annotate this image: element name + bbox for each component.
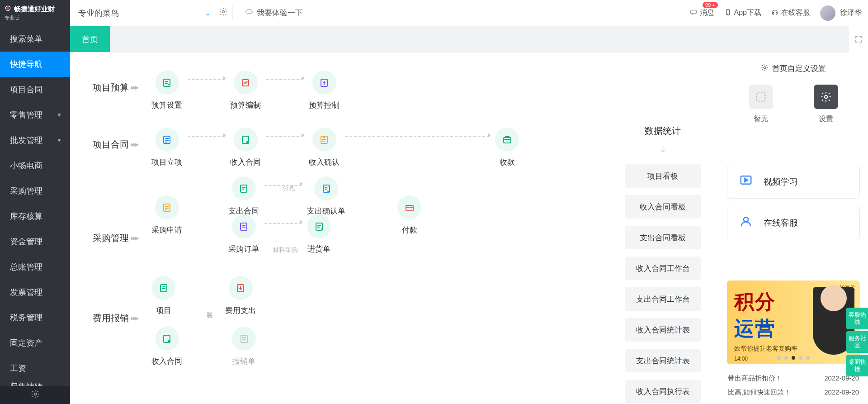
svg-point-26 — [764, 67, 765, 68]
node-project[interactable]: 项目 — [151, 276, 175, 316]
stats-button-1[interactable]: 收入合同看板 — [625, 195, 701, 219]
svg-point-28 — [825, 95, 828, 99]
node-budget-compile[interactable]: 预算编制 — [230, 71, 261, 110]
node-purchase-order[interactable]: 采购订单 — [228, 214, 259, 254]
try-demo-button[interactable]: 我要体验一下 — [245, 8, 303, 18]
node-reimburse[interactable]: 报销单 — [232, 327, 256, 366]
edition-label: 专业版 — [5, 14, 70, 21]
sidebar-item-12[interactable]: 固定资产 — [0, 330, 70, 356]
float-tab-0[interactable]: 客服热线 — [846, 308, 868, 329]
tab-home[interactable]: 首页 — [70, 26, 110, 52]
stats-button-2[interactable]: 支出合同看板 — [625, 226, 701, 249]
stats-button-6[interactable]: 支出合同统计表 — [625, 349, 701, 372]
divider — [232, 6, 233, 20]
stats-title: 数据统计 — [645, 125, 681, 137]
section-label-budget: 项目预算▶▶▶ — [93, 81, 151, 94]
sidebar-item-2[interactable]: 项目合同 — [0, 77, 70, 102]
sidebar-item-8[interactable]: 资金管理 — [0, 229, 70, 254]
messages-label: 消息 — [700, 8, 714, 18]
node-expense-out[interactable]: 费用支出 — [225, 276, 256, 316]
sidebar-item-4[interactable]: 批发管理▼ — [0, 128, 70, 153]
stats-button-0[interactable]: 项目看板 — [625, 164, 701, 188]
sidebar-item-3[interactable]: 零售管理▼ — [0, 102, 70, 128]
headset-icon — [739, 214, 753, 231]
customize-title: 首页自定义设置 — [727, 63, 860, 74]
sidebar-item-13[interactable]: 工资 — [0, 356, 70, 381]
sidebar-item-0[interactable]: 搜索菜单 — [0, 26, 70, 52]
svg-rect-2 — [691, 10, 696, 14]
chevron-down-icon: ⌄ — [205, 9, 211, 17]
svg-point-24 — [168, 340, 170, 342]
carousel-dots[interactable] — [777, 356, 810, 360]
username[interactable]: 徐泽华 — [840, 8, 862, 18]
stats-button-7[interactable]: 收入合同执行表 — [625, 380, 701, 403]
node-budget-control[interactable]: 预算控制 — [309, 71, 340, 110]
support-label: 在线客服 — [781, 8, 810, 18]
tabstrip: 首页 — [70, 26, 868, 52]
flow-canvas: 项目预算▶▶▶ 预算设置 — [70, 52, 719, 404]
stats-button-5[interactable]: 收入合同统计表 — [625, 318, 701, 342]
logo-block: 畅捷通好业财 专业版 — [0, 0, 70, 26]
app-download-button[interactable]: App下载 — [724, 8, 761, 18]
brand-name: 畅捷通好业财 — [14, 5, 55, 14]
video-learning-button[interactable]: 视频学习 — [727, 165, 860, 199]
headset-icon — [771, 9, 778, 18]
svg-point-5 — [34, 393, 36, 395]
section-label-expense: 费用报销▶▶▶ — [93, 312, 151, 324]
stats-button-3[interactable]: 收入合同工作台 — [625, 257, 701, 280]
node-goods-receipt[interactable]: 进货单 — [307, 214, 331, 254]
phone-icon — [724, 9, 731, 18]
cloud-icon — [245, 8, 253, 18]
gear-icon[interactable] — [219, 7, 228, 19]
sidebar-item-7[interactable]: 库存核算 — [0, 204, 70, 229]
node-income-contract-2[interactable]: 收入合同 — [151, 327, 182, 366]
float-tab-1[interactable]: 服务社区 — [846, 331, 868, 353]
right-panel: 首页自定义设置 暂无 设置 — [719, 52, 868, 404]
gear-icon — [814, 85, 838, 109]
svg-rect-14 — [504, 138, 511, 143]
svg-point-0 — [7, 7, 9, 9]
workspace-dropdown[interactable]: 专业的菜鸟 ⌄ — [70, 0, 219, 26]
node-income-confirm[interactable]: 收入确认 — [309, 128, 340, 167]
avatar[interactable] — [820, 5, 835, 21]
sidebar-item-10[interactable]: 发票管理 — [0, 280, 70, 305]
gear-icon — [31, 390, 40, 401]
logo-icon — [5, 5, 11, 13]
float-tab-2[interactable]: 桌面快捷 — [846, 355, 868, 376]
node-income-contract[interactable]: 收入合同 — [230, 128, 261, 167]
svg-point-30 — [744, 218, 748, 222]
sidebar-item-1[interactable]: 快捷导航 — [0, 52, 70, 77]
support-button[interactable]: 在线客服 — [771, 8, 810, 18]
fullscreen-button[interactable] — [848, 26, 868, 52]
stats-button-4[interactable]: 支出合同工作台 — [625, 287, 701, 311]
svg-rect-27 — [756, 92, 765, 101]
sidebar-settings[interactable] — [0, 386, 70, 404]
gear-icon — [761, 64, 769, 74]
svg-point-4 — [727, 14, 728, 14]
node-purchase-request[interactable]: 采购申请 — [151, 195, 182, 235]
header: 畅捷通好业财 专业版 专业的菜鸟 ⌄ 我要体验一下 消息 99 + App下载 … — [0, 0, 868, 26]
chat-icon — [690, 9, 697, 18]
svg-point-1 — [222, 11, 225, 13]
stats-arrow-icon: ⇣ — [660, 144, 666, 154]
svg-point-12 — [246, 141, 249, 143]
news-row-1[interactable]: 比高,如何快速回款！2022-09-20 — [727, 385, 860, 399]
tile-settings[interactable]: 设置 — [814, 85, 838, 124]
sidebar-item-5[interactable]: 小畅电商 — [0, 153, 70, 178]
section-label-contract: 项目合同▶▶▶ — [93, 138, 151, 151]
news-row-0[interactable]: 带出商品折扣价！2022-09-20 — [727, 371, 860, 385]
workspace-name: 专业的菜鸟 — [78, 8, 119, 19]
sidebar-item-9[interactable]: 总账管理 — [0, 254, 70, 280]
online-support-button[interactable]: 在线客服 — [727, 206, 860, 240]
node-project-start[interactable]: 项目立项 — [151, 128, 182, 167]
node-budget-setup[interactable]: 预算设置 — [151, 71, 182, 110]
messages-button[interactable]: 消息 99 + — [690, 8, 714, 18]
sidebar-item-6[interactable]: 采购管理 — [0, 178, 70, 204]
sidebar-item-11[interactable]: 税务管理 — [0, 305, 70, 330]
promo-banner[interactable]: 积分 运营 效帮你提升老客复购率 14:00 任海伦 大讲堂 — [727, 280, 860, 364]
tile-none[interactable]: 暂无 — [749, 85, 773, 124]
messages-badge: 99 + — [703, 2, 718, 8]
sidebar-item-cutoff[interactable]: 归集结转 — [0, 381, 70, 386]
node-collect[interactable]: 收款 — [495, 128, 519, 167]
app-download-label: App下载 — [734, 8, 761, 18]
